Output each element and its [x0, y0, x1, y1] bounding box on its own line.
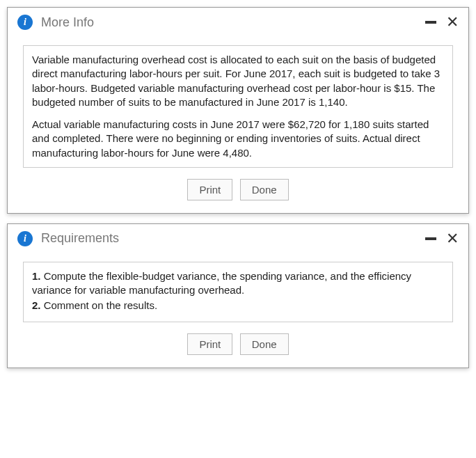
info-paragraph: Variable manufacturing overhead cost is … [32, 53, 444, 109]
info-content-box: Variable manufacturing overhead cost is … [23, 45, 453, 168]
dialog-header: i Requirements ✕ [8, 224, 468, 253]
info-icon: i [17, 15, 33, 30]
requirement-number: 1. [32, 270, 41, 282]
info-icon: i [17, 231, 33, 246]
print-button[interactable]: Print [187, 333, 232, 355]
print-button[interactable]: Print [187, 179, 232, 200]
minimize-icon[interactable] [425, 21, 436, 24]
dialog-title: Requirements [41, 231, 425, 246]
dialog-title: More Info [41, 15, 425, 30]
requirements-content-box: 1. Compute the flexible-budget variance,… [23, 262, 453, 322]
requirement-number: 2. [32, 299, 41, 311]
dialog-header: i More Info ✕ [8, 8, 468, 37]
close-icon[interactable]: ✕ [446, 231, 459, 246]
dialog-body: Variable manufacturing overhead cost is … [8, 37, 468, 213]
requirement-text: Compute the flexible-budget variance, th… [32, 270, 411, 296]
done-button[interactable]: Done [240, 179, 289, 200]
window-controls: ✕ [425, 15, 459, 30]
more-info-dialog: i More Info ✕ Variable manufacturing ove… [7, 7, 469, 214]
requirements-dialog: i Requirements ✕ 1. Compute the flexible… [7, 223, 469, 368]
info-paragraph: Actual variable manufacturing costs in J… [32, 118, 444, 160]
done-button[interactable]: Done [240, 333, 289, 355]
requirement-item: 1. Compute the flexible-budget variance,… [32, 269, 444, 298]
requirement-text: Comment on the results. [41, 299, 158, 311]
dialog-body: 1. Compute the flexible-budget variance,… [8, 253, 468, 368]
close-icon[interactable]: ✕ [446, 15, 459, 30]
button-row: Print Done [23, 179, 453, 200]
button-row: Print Done [23, 333, 453, 355]
requirement-item: 2. Comment on the results. [32, 299, 444, 313]
window-controls: ✕ [425, 231, 459, 246]
minimize-icon[interactable] [425, 237, 436, 240]
